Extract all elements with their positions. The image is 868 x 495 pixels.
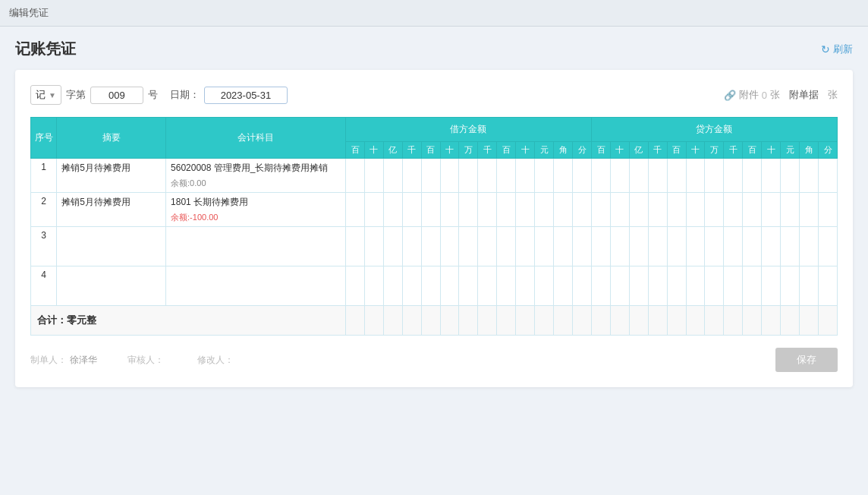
debit-digit-cell[interactable]	[345, 159, 364, 193]
debit-digit-cell[interactable]	[345, 193, 364, 227]
credit-digit-cell[interactable]	[705, 227, 724, 266]
debit-digit-cell[interactable]	[421, 266, 440, 306]
debit-digit-cell[interactable]	[383, 227, 402, 266]
credit-digit-cell[interactable]	[610, 227, 629, 266]
debit-digit-cell[interactable]	[364, 227, 383, 266]
credit-digit-cell[interactable]	[610, 193, 629, 227]
debit-digit-cell[interactable]	[572, 159, 591, 193]
debit-digit-cell[interactable]	[402, 227, 421, 266]
debit-digit-cell[interactable]	[554, 159, 573, 193]
debit-digit-cell[interactable]	[478, 159, 497, 193]
credit-digit-cell[interactable]	[629, 193, 648, 227]
summary-cell[interactable]	[57, 227, 166, 266]
summary-cell[interactable]: 摊销5月待摊费用	[57, 159, 166, 193]
credit-digit-cell[interactable]	[818, 227, 837, 266]
debit-digit-cell[interactable]	[421, 193, 440, 227]
debit-digit-cell[interactable]	[535, 193, 554, 227]
credit-digit-cell[interactable]	[781, 266, 800, 306]
debit-digit-cell[interactable]	[364, 159, 383, 193]
debit-digit-cell[interactable]	[535, 266, 554, 306]
debit-digit-cell[interactable]	[497, 227, 516, 266]
credit-digit-cell[interactable]	[743, 227, 762, 266]
credit-digit-cell[interactable]	[667, 193, 686, 227]
debit-digit-cell[interactable]	[459, 193, 478, 227]
credit-digit-cell[interactable]	[591, 266, 610, 306]
account-cell[interactable]	[166, 227, 346, 266]
summary-cell[interactable]	[57, 266, 166, 306]
debit-digit-cell[interactable]	[497, 159, 516, 193]
debit-digit-cell[interactable]	[345, 266, 364, 306]
credit-digit-cell[interactable]	[800, 266, 819, 306]
credit-digit-cell[interactable]	[818, 266, 837, 306]
debit-digit-cell[interactable]	[440, 227, 459, 266]
credit-digit-cell[interactable]	[705, 159, 724, 193]
debit-digit-cell[interactable]	[572, 266, 591, 306]
credit-digit-cell[interactable]	[724, 266, 743, 306]
debit-digit-cell[interactable]	[383, 266, 402, 306]
debit-digit-cell[interactable]	[554, 266, 573, 306]
account-cell[interactable]: 56020008 管理费用_长期待摊费用摊销余额:0.00	[166, 159, 346, 193]
debit-digit-cell[interactable]	[440, 193, 459, 227]
credit-digit-cell[interactable]	[762, 227, 781, 266]
credit-digit-cell[interactable]	[667, 266, 686, 306]
credit-digit-cell[interactable]	[591, 159, 610, 193]
credit-digit-cell[interactable]	[686, 227, 705, 266]
debit-digit-cell[interactable]	[478, 193, 497, 227]
debit-digit-cell[interactable]	[535, 227, 554, 266]
credit-digit-cell[interactable]	[818, 159, 837, 193]
debit-digit-cell[interactable]	[402, 193, 421, 227]
credit-digit-cell[interactable]	[591, 193, 610, 227]
date-input[interactable]	[204, 87, 288, 104]
credit-digit-cell[interactable]	[705, 193, 724, 227]
credit-digit-cell[interactable]	[648, 227, 667, 266]
credit-digit-cell[interactable]	[686, 193, 705, 227]
debit-digit-cell[interactable]	[440, 266, 459, 306]
debit-digit-cell[interactable]	[478, 227, 497, 266]
debit-digit-cell[interactable]	[421, 227, 440, 266]
debit-digit-cell[interactable]	[383, 193, 402, 227]
credit-digit-cell[interactable]	[818, 193, 837, 227]
credit-digit-cell[interactable]	[629, 266, 648, 306]
credit-digit-cell[interactable]	[781, 159, 800, 193]
debit-digit-cell[interactable]	[516, 227, 535, 266]
voucher-type-select[interactable]: 记 ▼	[30, 85, 61, 105]
credit-digit-cell[interactable]	[686, 159, 705, 193]
credit-digit-cell[interactable]	[800, 159, 819, 193]
debit-digit-cell[interactable]	[345, 227, 364, 266]
debit-digit-cell[interactable]	[459, 159, 478, 193]
credit-digit-cell[interactable]	[591, 227, 610, 266]
credit-digit-cell[interactable]	[743, 266, 762, 306]
credit-digit-cell[interactable]	[686, 266, 705, 306]
debit-digit-cell[interactable]	[402, 159, 421, 193]
debit-digit-cell[interactable]	[383, 159, 402, 193]
debit-digit-cell[interactable]	[459, 227, 478, 266]
credit-digit-cell[interactable]	[724, 193, 743, 227]
credit-digit-cell[interactable]	[667, 227, 686, 266]
debit-digit-cell[interactable]	[421, 159, 440, 193]
debit-digit-cell[interactable]	[516, 193, 535, 227]
credit-digit-cell[interactable]	[724, 159, 743, 193]
credit-digit-cell[interactable]	[705, 266, 724, 306]
debit-digit-cell[interactable]	[572, 193, 591, 227]
refresh-button[interactable]: ↻ 刷新	[821, 43, 853, 56]
summary-cell[interactable]: 摊销5月待摊费用	[57, 193, 166, 227]
debit-digit-cell[interactable]	[554, 193, 573, 227]
account-cell[interactable]: 1801 长期待摊费用余额:-100.00	[166, 193, 346, 227]
credit-digit-cell[interactable]	[667, 159, 686, 193]
credit-digit-cell[interactable]	[610, 159, 629, 193]
credit-digit-cell[interactable]	[648, 266, 667, 306]
debit-digit-cell[interactable]	[572, 227, 591, 266]
voucher-number-input[interactable]	[90, 87, 143, 104]
fudanju-button[interactable]: 附单据	[789, 88, 819, 102]
credit-digit-cell[interactable]	[629, 159, 648, 193]
credit-digit-cell[interactable]	[610, 266, 629, 306]
debit-digit-cell[interactable]	[554, 227, 573, 266]
debit-digit-cell[interactable]	[364, 266, 383, 306]
debit-digit-cell[interactable]	[516, 159, 535, 193]
credit-digit-cell[interactable]	[762, 159, 781, 193]
account-cell[interactable]	[166, 266, 346, 306]
attachment-link[interactable]: 🔗 附件 0 张	[724, 88, 780, 102]
debit-digit-cell[interactable]	[497, 193, 516, 227]
credit-digit-cell[interactable]	[800, 193, 819, 227]
debit-digit-cell[interactable]	[402, 266, 421, 306]
